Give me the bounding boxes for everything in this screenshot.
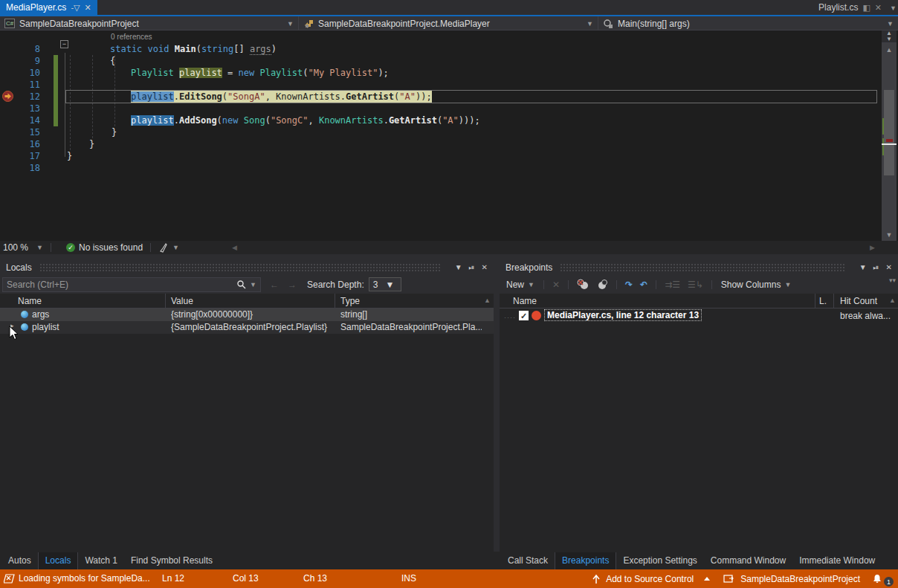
issues-status[interactable]: No issues found bbox=[79, 242, 143, 253]
tab-mediaplayer-cs[interactable]: MediaPlayer.cs -▽ ✕ bbox=[0, 0, 97, 15]
column-header-l[interactable]: L. bbox=[819, 296, 827, 306]
tab-immediate-window[interactable]: Immediate Window bbox=[792, 552, 882, 569]
close-icon[interactable]: ✕ bbox=[482, 263, 488, 271]
status-insert-mode[interactable]: INS bbox=[401, 573, 416, 584]
delete-breakpoint-icon[interactable]: ✕ bbox=[552, 280, 560, 290]
breakpoints-title-bar[interactable]: Breakpoints ▼ ⏯ ✕ bbox=[500, 259, 898, 275]
tab-watch-1[interactable]: Watch 1 bbox=[78, 552, 124, 569]
code-line-13[interactable]: 13 bbox=[0, 103, 877, 114]
breakpoint-row[interactable]: ····✓MediaPlayer.cs, line 12 character 1… bbox=[500, 310, 898, 323]
breakpoint-enabled-checkbox[interactable]: ✓ bbox=[519, 311, 529, 320]
notification-count-badge[interactable]: 1 bbox=[884, 577, 894, 587]
tab-find-symbol-results[interactable]: Find Symbol Results bbox=[124, 552, 219, 569]
close-icon[interactable]: ✕ bbox=[875, 3, 882, 13]
code-line-8[interactable]: 8static void Main(string[] args) bbox=[0, 43, 877, 55]
locals-row-args[interactable]: args{string[0x00000000]}string[] bbox=[0, 308, 494, 321]
column-header-type[interactable]: Type bbox=[340, 296, 360, 306]
scroll-up-icon[interactable]: ▲ bbox=[484, 297, 491, 304]
search-input[interactable]: Search (Ctrl+E) ▼ bbox=[2, 277, 261, 292]
column-header-value[interactable]: Value bbox=[171, 296, 193, 306]
split-window-handle[interactable]: ▲▼ bbox=[882, 30, 897, 43]
current-repository-button[interactable]: SampleDataBreakpointProject bbox=[740, 574, 860, 584]
column-header-name[interactable]: Name bbox=[513, 296, 537, 306]
tab-breakpoints[interactable]: Breakpoints bbox=[555, 552, 616, 570]
status-column[interactable]: Col 13 bbox=[233, 573, 259, 584]
go-to-source-icon[interactable]: ⇉☰ bbox=[665, 280, 680, 290]
scroll-up-icon[interactable]: ▲ bbox=[889, 297, 896, 304]
locals-row-playlist[interactable]: ▸playlist{SampleDataBreakpointProject.Pl… bbox=[0, 321, 494, 334]
tab-command-window[interactable]: Command Window bbox=[704, 552, 792, 569]
code-token: args bbox=[250, 44, 271, 55]
pin-icon[interactable]: ⏯ bbox=[873, 263, 879, 272]
code-line-10[interactable]: 10Playlist playlist = new Playlist("My P… bbox=[0, 67, 877, 79]
delete-all-breakpoints-icon[interactable] bbox=[577, 279, 589, 290]
document-tab-strip: MediaPlayer.cs -▽ ✕ Playlist.cs ◧ ✕ ▼ bbox=[0, 0, 898, 15]
code-token: . bbox=[340, 91, 346, 102]
editor-vertical-scrollbar[interactable]: ▲▼ ▲ ▼ bbox=[882, 30, 897, 241]
column-separator[interactable] bbox=[815, 294, 815, 308]
mouse-cursor bbox=[9, 326, 19, 340]
search-depth-dropdown[interactable]: 3 ▼ bbox=[369, 277, 401, 291]
tab-exception-settings[interactable]: Exception Settings bbox=[616, 552, 703, 569]
column-separator[interactable] bbox=[335, 294, 335, 308]
new-breakpoint-button[interactable]: New ▼ bbox=[502, 277, 539, 292]
notifications-bell-icon[interactable] bbox=[872, 574, 882, 584]
scroll-up-icon[interactable]: ▲ bbox=[882, 46, 897, 54]
code-line-12[interactable]: 12playlist.EditSong("SongA", KnownArtist… bbox=[0, 91, 877, 103]
status-character[interactable]: Ch 13 bbox=[303, 573, 327, 584]
zoom-dropdown[interactable]: 100 % ▼ bbox=[0, 241, 46, 254]
pin-icon[interactable]: ⏯ bbox=[469, 263, 475, 272]
chevron-down-icon[interactable]: ▼ bbox=[172, 244, 179, 251]
import-breakpoints-icon[interactable]: ↶ bbox=[640, 280, 647, 290]
code-line-17[interactable]: 17} bbox=[0, 150, 877, 162]
codelens-references[interactable]: 0 references bbox=[111, 33, 152, 41]
search-icon[interactable] bbox=[236, 280, 246, 289]
search-forward-icon[interactable]: → bbox=[288, 280, 297, 290]
tab-call-stack[interactable]: Call Stack bbox=[501, 552, 555, 569]
code-line-14[interactable]: 14playlist.AddSong(new Song("SongC", Kno… bbox=[0, 114, 877, 126]
code-line-16[interactable]: 16} bbox=[0, 138, 877, 150]
close-icon[interactable]: ✕ bbox=[85, 3, 91, 13]
code-line-15[interactable]: 15} bbox=[0, 126, 877, 138]
scroll-down-icon[interactable]: ▼ bbox=[882, 231, 897, 239]
add-to-source-control-button[interactable]: Add to Source Control bbox=[606, 574, 694, 584]
pin-icon[interactable]: -▽ bbox=[71, 3, 80, 13]
close-icon[interactable]: ✕ bbox=[886, 263, 892, 271]
status-line[interactable]: Ln 12 bbox=[162, 573, 184, 584]
search-back-icon[interactable]: ← bbox=[270, 280, 279, 290]
breakpoint-current-line-icon[interactable] bbox=[2, 91, 13, 102]
tab-locals[interactable]: Locals bbox=[38, 552, 79, 570]
show-columns-button[interactable]: Show Columns ▼ bbox=[717, 277, 796, 292]
pin-icon[interactable]: ◧ bbox=[862, 3, 870, 13]
status-message[interactable]: Loading symbols for SampleDa... bbox=[19, 573, 150, 584]
line-number: 13 bbox=[10, 103, 40, 114]
code-editor[interactable]: − 0 references 8static void Main(string[… bbox=[0, 30, 898, 241]
locals-title-bar[interactable]: Locals ▼ ⏯ ✕ bbox=[0, 259, 494, 275]
tab-autos[interactable]: Autos bbox=[1, 552, 38, 569]
line-number: 11 bbox=[10, 79, 40, 91]
toggle-all-breakpoints-icon[interactable] bbox=[597, 279, 608, 290]
chevron-down-icon[interactable]: ▼ bbox=[250, 281, 256, 288]
window-position-chevron-icon[interactable]: ▼ bbox=[455, 263, 462, 271]
type-dropdown[interactable]: SampleDataBreakpointProject.MediaPlayer … bbox=[299, 16, 598, 30]
hscroll-right-icon[interactable]: ▶ bbox=[870, 244, 875, 251]
code-cleanup-broom-icon[interactable] bbox=[158, 243, 169, 253]
column-header-name[interactable]: Name bbox=[18, 296, 42, 306]
code-line-18[interactable]: 18 bbox=[0, 162, 877, 174]
column-header-hit-count[interactable]: Hit Count bbox=[840, 296, 877, 306]
code-line-11[interactable]: 11 bbox=[0, 79, 877, 91]
column-separator[interactable] bbox=[165, 294, 166, 308]
tab-list-chevron-icon[interactable]: ▼ bbox=[890, 4, 897, 12]
tab-playlist-cs[interactable]: Playlist.cs ◧ ✕ bbox=[813, 0, 888, 15]
panel-splitter[interactable] bbox=[494, 259, 500, 552]
scrollbar-thumb[interactable] bbox=[884, 90, 894, 175]
member-dropdown[interactable]: Main(string[] args) ▼ bbox=[598, 16, 898, 30]
window-position-chevron-icon[interactable]: ▼ bbox=[859, 263, 867, 271]
code-line-9[interactable]: 9{ bbox=[0, 55, 877, 67]
hscroll-left-icon[interactable]: ◀ bbox=[232, 244, 237, 251]
project-dropdown[interactable]: C# SampleDataBreakpointProject ▼ bbox=[0, 16, 299, 30]
go-to-disassembly-icon[interactable]: ☰↳ bbox=[688, 280, 703, 290]
export-breakpoints-icon[interactable]: ↷ bbox=[625, 280, 633, 290]
toolbar-overflow-icon[interactable]: ▾▾ bbox=[889, 277, 896, 284]
column-separator[interactable] bbox=[833, 294, 834, 308]
